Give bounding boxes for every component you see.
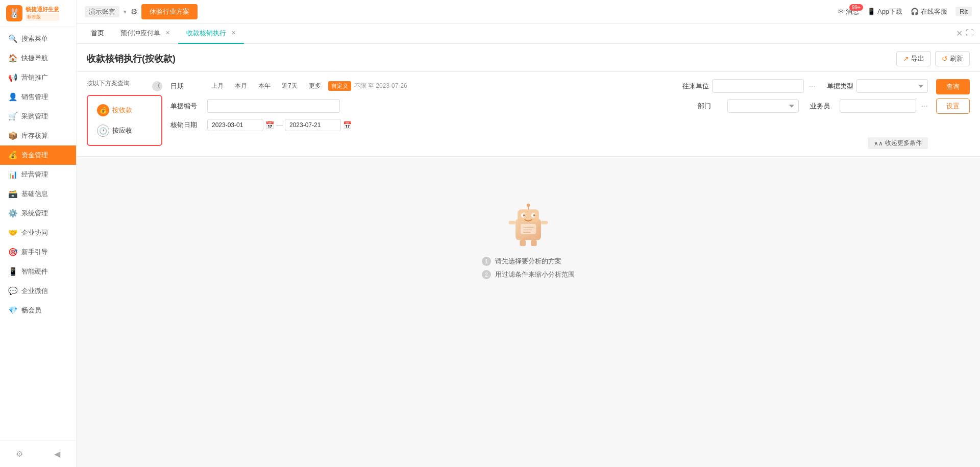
company-name[interactable]: 演示账套 [85,6,119,17]
panel-header-label: 按以下方案查询 [87,79,130,88]
dept-select[interactable] [727,99,799,113]
sidebar-item-guide[interactable]: 🎯 新手引导 [0,242,76,262]
verify-start-cal-icon[interactable]: 📅 [265,121,274,129]
refresh-button[interactable]: ↺ 刷新 [935,51,970,66]
this-year-btn[interactable]: 本年 [254,80,275,92]
gear-icon[interactable]: ⚙ [131,7,137,16]
svg-point-5 [533,214,535,216]
chevron-down-icon: ▾ [124,8,127,15]
left-filter-panel: 按以下方案查询 《 💰 按收款 🕐 按应收 [87,79,162,149]
logo-text: 畅捷通好生意 标准版 [26,6,59,21]
sales-icon: 👤 [8,92,17,102]
verify-end-cal-icon[interactable]: 📅 [343,121,352,129]
query-button[interactable]: 查询 [936,79,970,94]
sidebar-item-quick[interactable]: 🏠 快捷导航 [0,48,76,68]
sidebar-item-vip[interactable]: 💎 畅会员 [0,301,76,320]
svg-rect-10 [520,240,526,246]
dept-label: 部门 [698,102,724,111]
last-month-btn[interactable]: 上月 [207,80,228,92]
this-month-btn[interactable]: 本月 [231,80,251,92]
doc-no-input[interactable] [207,99,340,113]
user-name[interactable]: Rit [955,7,972,16]
more-date-btn[interactable]: 更多 [305,80,325,92]
export-button[interactable]: ↗ 导出 [896,51,931,66]
filter-row-3: 核销日期 📅 — 📅 [170,119,928,131]
svg-rect-9 [541,221,548,225]
sidebar-item-inventory[interactable]: 📦 库存核算 [0,126,76,145]
filter-area: 按以下方案查询 《 💰 按收款 🕐 按应收 [77,72,980,157]
top-bar-right: ✉ 消息 99+ 📱 App下载 🎧 在线客服 Rit [838,7,972,16]
sidebar-nav: 🔍 搜索菜单 🏠 快捷导航 📢 营销推广 👤 销售管理 🛒 采购管理 📦 库存核… [0,27,76,440]
staff-dots-icon[interactable]: ··· [921,102,928,111]
tab-prepay[interactable]: 预付冲应付单 ✕ [112,23,178,44]
operation-icon: 📊 [8,170,17,179]
sidebar-item-finance[interactable]: 💰 资金管理 [0,145,76,165]
guide-icon: 🎯 [8,248,17,257]
search-icon: 🔍 [8,34,17,43]
system-icon: ⚙️ [8,209,17,218]
unit-label: 往来单位 [682,82,709,91]
panel-item-by-receivable[interactable]: 🕐 按应收 [92,120,157,141]
svg-rect-8 [509,221,516,225]
settings-bottom-icon[interactable]: ⚙ [13,446,26,462]
finance-icon: 💰 [8,151,17,160]
main-area: 演示账套 ▾ ⚙ 休验行业方案 ✉ 消息 99+ 📱 App下载 🎧 在线客服 … [77,0,980,467]
sidebar-item-enterprise[interactable]: 🤝 企业协同 [0,223,76,242]
marketing-icon: 📢 [8,73,17,82]
receivable-icon: 🕐 [97,125,109,137]
sidebar-item-basic[interactable]: 🗃️ 基础信息 [0,184,76,204]
svg-point-7 [527,204,530,207]
filter-row-1: 日期 上月 本月 本年 近7天 更多 自定义 不限 至 2023-07-26 [170,79,928,93]
collapse-sidebar-icon[interactable]: ◀ [51,446,63,462]
page-title: 收款核销执行(按收款) [87,53,176,65]
app-icon: 📱 [867,8,875,15]
message-button[interactable]: ✉ 消息 99+ [838,7,859,16]
tab-close-receivable[interactable]: ✕ [231,30,236,36]
sidebar-item-sales[interactable]: 👤 销售管理 [0,87,76,107]
sidebar-item-hardware[interactable]: 📱 智能硬件 [0,262,76,281]
verify-date-label: 核销日期 [170,120,197,130]
custom-date-badge[interactable]: 自定义 [328,81,351,91]
sidebar-item-operation[interactable]: 📊 经营管理 [0,165,76,184]
sidebar-item-marketing[interactable]: 📢 营销推广 [0,68,76,87]
panel-collapse-button[interactable]: 《 [152,81,162,91]
verify-end-input[interactable] [285,119,341,131]
panel-box: 💰 按收款 🕐 按应收 [87,95,162,146]
sidebar-item-purchase[interactable]: 🛒 采购管理 [0,107,76,126]
sidebar-item-search[interactable]: 🔍 搜索菜单 [0,29,76,48]
online-service-button[interactable]: 🎧 在线客服 [911,7,947,16]
tab-expand-icon[interactable]: ⛶ [966,29,974,38]
enterprise-icon: 🤝 [8,228,17,237]
staff-input[interactable] [840,99,916,113]
collapse-more-button[interactable]: ∧∧ 收起更多条件 [868,137,928,149]
verify-start-input[interactable] [207,119,263,131]
right-filter-panel: 日期 上月 本月 本年 近7天 更多 自定义 不限 至 2023-07-26 [170,79,970,149]
tab-close-prepay[interactable]: ✕ [165,30,170,36]
panel-item-by-receipt[interactable]: 💰 按收款 [92,100,157,120]
vip-icon: 💎 [8,306,17,315]
sidebar-item-wechat[interactable]: 💬 企业微信 [0,281,76,301]
date-hint: 不限 至 2023-07-26 [354,82,407,90]
page-header: 收款核销执行(按收款) ↗ 导出 ↺ 刷新 [77,44,980,72]
staff-label: 业务员 [810,102,837,111]
page-actions: ↗ 导出 ↺ 刷新 [896,51,970,66]
empty-illustration [503,198,554,249]
tab-home[interactable]: 首页 [83,23,112,44]
empty-tip-2: 2 用过滤条件来缩小分析范围 [482,270,575,279]
svg-rect-1 [518,209,539,222]
action-buttons: 查询 设置 [936,79,970,149]
svg-rect-11 [531,240,537,246]
collapse-icon: ∧∧ [874,140,883,147]
industry-button[interactable]: 休验行业方案 [141,4,198,19]
unit-dots-icon[interactable]: ··· [809,82,816,91]
unit-input[interactable] [712,79,804,93]
doc-type-select[interactable] [856,79,928,93]
filter-settings-button[interactable]: 设置 [936,99,970,114]
sidebar: 🐰 畅捷通好生意 标准版 🔍 搜索菜单 🏠 快捷导航 📢 营销推广 👤 销售管理… [0,0,77,467]
sidebar-item-system[interactable]: ⚙️ 系统管理 [0,204,76,223]
empty-tip-1: 1 请先选择要分析的方案 [482,257,575,266]
tab-receivable[interactable]: 收款核销执行 ✕ [178,23,244,44]
last-7-days-btn[interactable]: 近7天 [278,80,302,92]
app-download-button[interactable]: 📱 App下载 [867,7,902,16]
tab-close-all-icon[interactable]: ✕ [956,29,963,38]
